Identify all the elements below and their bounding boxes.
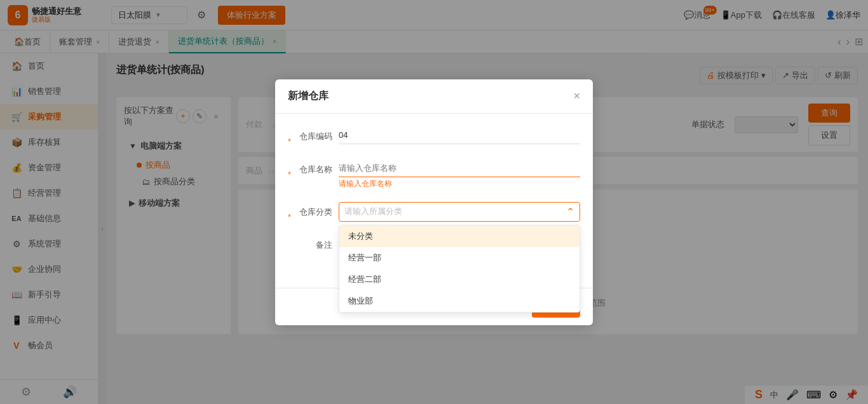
code-label: 仓库编码 <box>288 126 339 147</box>
code-input-wrap <box>339 126 580 144</box>
name-error-msg: 请输入仓库名称 <box>339 178 580 189</box>
modal-body: 仓库编码 仓库名称 请输入仓库名称 仓库分类 请输入所属分类 <box>275 114 593 288</box>
add-warehouse-modal: 新增仓库 × 仓库编码 仓库名称 请输入仓库名称 仓库分类 <box>275 79 593 325</box>
code-input[interactable] <box>339 126 580 144</box>
name-input[interactable] <box>339 159 580 177</box>
form-row-category: 仓库分类 请输入所属分类 ⌃ 未分类 经营一部 经营二部 物业部 <box>288 202 580 222</box>
dropdown-option-uncategorized[interactable]: 未分类 <box>339 226 580 247</box>
modal-header: 新增仓库 × <box>275 79 593 114</box>
note-label: 备注 <box>288 235 339 255</box>
form-row-name: 仓库名称 请输入仓库名称 <box>288 159 580 189</box>
modal-title: 新增仓库 <box>288 90 329 103</box>
category-label: 仓库分类 <box>288 202 339 222</box>
name-label: 仓库名称 <box>288 159 339 180</box>
chevron-up-icon: ⌃ <box>566 206 574 218</box>
modal-overlay: 新增仓库 × 仓库编码 仓库名称 请输入仓库名称 仓库分类 <box>0 0 868 404</box>
name-input-wrap: 请输入仓库名称 <box>339 159 580 189</box>
modal-close-button[interactable]: × <box>573 90 580 103</box>
dropdown-option-dept2[interactable]: 经营二部 <box>339 269 580 290</box>
category-dropdown-menu: 未分类 经营一部 经营二部 物业部 <box>339 225 580 313</box>
category-placeholder: 请输入所属分类 <box>344 206 402 217</box>
dropdown-option-property[interactable]: 物业部 <box>339 290 580 312</box>
dropdown-option-dept1[interactable]: 经营一部 <box>339 247 580 269</box>
category-dropdown[interactable]: 请输入所属分类 ⌃ <box>339 202 580 222</box>
category-input-wrap: 请输入所属分类 ⌃ 未分类 经营一部 经营二部 物业部 <box>339 202 580 222</box>
form-row-code: 仓库编码 <box>288 126 580 147</box>
